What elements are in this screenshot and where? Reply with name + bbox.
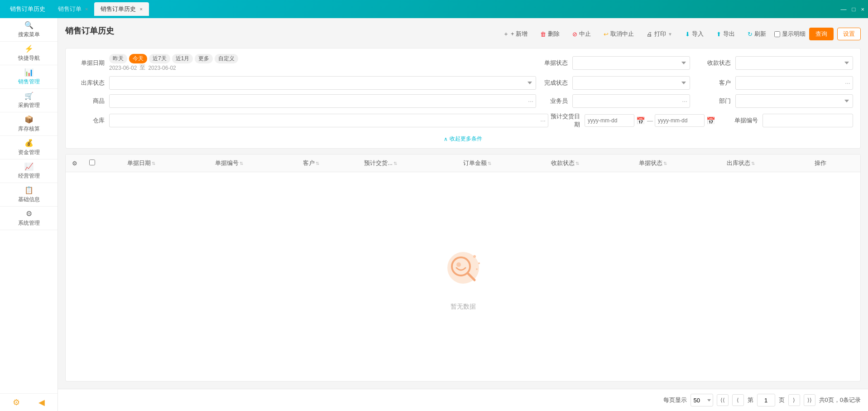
doc-date-col-label: 单据日期 (127, 160, 151, 166)
display-detail-checkbox[interactable] (774, 31, 780, 37)
goods-dots-icon[interactable]: ··· (528, 97, 533, 105)
table-doc-number-th[interactable]: 单据编号⇅ (210, 155, 297, 172)
sidebar-item-operations[interactable]: 📈 经营管理 (0, 160, 58, 183)
table-doc-date-th[interactable]: 单据日期⇅ (122, 155, 210, 172)
goods-input[interactable] (109, 94, 536, 108)
per-page-select[interactable]: 50 20 100 (691, 394, 713, 406)
refresh-label: 刷新 (754, 30, 766, 38)
setting-button[interactable]: 设置 (837, 28, 861, 40)
sidebar-item-sales[interactable]: 📊 销售管理 (0, 65, 58, 89)
inventory-icon: 📦 (24, 115, 34, 124)
payment-status-sort-icon: ⇅ (575, 161, 579, 166)
doc-status-sort-icon: ⇅ (663, 161, 667, 166)
purchase-icon: 🛒 (24, 92, 34, 100)
table-delivery-th[interactable]: 预计交货...⇅ (359, 155, 458, 172)
delete-button[interactable]: 🗑 删除 (536, 28, 564, 40)
sidebar-item-inventory-label: 库存核算 (18, 125, 40, 133)
maximize-icon[interactable]: □ (852, 6, 856, 13)
sales-order-tab-close[interactable]: × (85, 6, 88, 12)
salesperson-dots-icon[interactable]: ··· (682, 97, 687, 105)
refresh-button[interactable]: ↻ 刷新 (743, 28, 771, 40)
main-layout: 🔍 搜索菜单 ⚡ 快捷导航 📊 销售管理 🛒 采购管理 📦 库存核算 💰 资金管… (0, 18, 868, 411)
date-pill-custom[interactable]: 自定义 (215, 54, 238, 63)
sales-order-history-tab-close[interactable]: × (139, 6, 142, 12)
collapse-sidebar-icon[interactable]: ◀ (38, 397, 45, 407)
first-page-button[interactable]: ⟨⟨ (717, 394, 729, 406)
sidebar-item-system-label: 系统管理 (18, 219, 40, 227)
import-button[interactable]: ⬇ 导入 (681, 28, 708, 40)
page-container: 销售订单历史 ＋ + 新增 🗑 删除 ⊘ 中止 ↩ (58, 18, 868, 389)
table-customer-th[interactable]: 客户⇅ (297, 155, 359, 172)
display-detail-checkbox-label[interactable]: 显示明细 (774, 30, 806, 38)
complete-status-select[interactable] (572, 76, 690, 90)
current-page-input[interactable] (757, 394, 775, 406)
minimize-icon[interactable]: — (841, 6, 847, 13)
table-warehouse-status-th[interactable]: 出库状态⇅ (721, 155, 809, 172)
salesperson-input[interactable] (572, 94, 690, 108)
sidebar-item-info[interactable]: 📋 基础信息 (0, 183, 58, 207)
empty-text: 暂无数据 (451, 303, 476, 311)
settings-bottom-icon[interactable]: ⚙ (13, 397, 20, 407)
sidebar-item-operations-label: 经营管理 (18, 172, 40, 180)
delivery-date-start-calendar-icon[interactable]: 📅 (636, 116, 645, 125)
table-settings-th[interactable]: ⚙ (66, 155, 84, 172)
sidebar-item-sales-label: 销售管理 (18, 78, 40, 86)
delivery-date-start-input[interactable] (585, 114, 634, 127)
tab-sales-order-history[interactable]: 销售订单历史 × (94, 2, 149, 16)
doc-number-input[interactable] (762, 114, 853, 127)
prev-page-button[interactable]: ⟨ (732, 394, 744, 406)
svg-point-6 (476, 268, 478, 270)
page-title: 销售订单历史 (65, 25, 114, 36)
query-button[interactable]: 查询 (809, 28, 834, 40)
import-label: 导入 (692, 30, 704, 38)
print-button[interactable]: 🖨 打印 ▼ (642, 28, 677, 40)
date-pills: 昨天 今天 近7天 近1月 更多 自定义 (109, 54, 238, 63)
sidebar-item-inventory[interactable]: 📦 库存核算 (0, 112, 58, 136)
doc-number-label: 单据编号 (726, 116, 762, 125)
filter-row-1: 单据日期 昨天 今天 近7天 近1月 更多 自定义 2023-06-02 (73, 54, 853, 72)
sidebar-item-search[interactable]: 🔍 搜索菜单 (0, 18, 58, 42)
delivery-date-end-calendar-icon[interactable]: 📅 (706, 116, 715, 125)
doc-number-col-label: 单据编号 (215, 160, 239, 166)
close-icon[interactable]: × (861, 6, 864, 13)
date-pill-today[interactable]: 今天 (129, 54, 147, 63)
finance-icon: 💰 (24, 139, 34, 147)
payment-status-select[interactable] (735, 56, 853, 70)
table-checkbox-th[interactable] (84, 155, 122, 172)
select-all-checkbox[interactable] (89, 160, 95, 165)
customer-input[interactable] (735, 76, 853, 90)
delivery-date-end-input[interactable] (655, 114, 705, 127)
export-button[interactable]: ⬆ 导出 (712, 28, 739, 40)
cancel-stop-button[interactable]: ↩ 取消中止 (599, 28, 638, 40)
new-button[interactable]: ＋ + 新增 (499, 28, 532, 40)
sidebar-item-purchase[interactable]: 🛒 采购管理 (0, 89, 58, 112)
date-label: 单据日期 (73, 59, 109, 67)
warehouse-dots-icon[interactable]: ··· (540, 117, 546, 124)
date-pill-more[interactable]: 更多 (195, 54, 213, 63)
date-pill-7days[interactable]: 近7天 (149, 54, 170, 63)
total-info: 共0页，0条记录 (819, 396, 861, 404)
tab-sales-order[interactable]: 销售订单 × (52, 2, 94, 16)
doc-number-sort-icon: ⇅ (240, 161, 243, 166)
collapse-row[interactable]: ∧ 收起更多条件 (73, 133, 853, 143)
filter-row-3: 商品 ··· 业务员 ··· 部门 (73, 94, 853, 108)
date-pill-yesterday[interactable]: 昨天 (109, 54, 127, 63)
doc-status-select[interactable] (572, 56, 690, 70)
table-payment-status-th[interactable]: 收款状态⇅ (546, 155, 633, 172)
sidebar-item-quick-nav[interactable]: ⚡ 快捷导航 (0, 42, 58, 65)
tab-home[interactable]: 销售订单历史 (4, 2, 52, 16)
sidebar-item-system[interactable]: ⚙ 系统管理 (0, 207, 58, 230)
delivery-date-range-separator: — (647, 117, 653, 124)
customer-dots-icon[interactable]: ··· (845, 79, 850, 87)
next-page-button[interactable]: ⟩ (788, 394, 800, 406)
warehouse-input[interactable] (109, 114, 548, 127)
page-label: 第 (748, 396, 753, 404)
last-page-button[interactable]: ⟩⟩ (804, 394, 815, 406)
stop-button[interactable]: ⊘ 中止 (568, 28, 595, 40)
table-amount-th[interactable]: 订单金额⇅ (458, 155, 546, 172)
table-doc-status-th[interactable]: 单据状态⇅ (633, 155, 721, 172)
sidebar-item-finance[interactable]: 💰 资金管理 (0, 136, 58, 160)
warehouse-status-select[interactable] (109, 76, 536, 90)
date-pill-1month[interactable]: 近1月 (172, 54, 193, 63)
department-select[interactable] (735, 94, 853, 108)
